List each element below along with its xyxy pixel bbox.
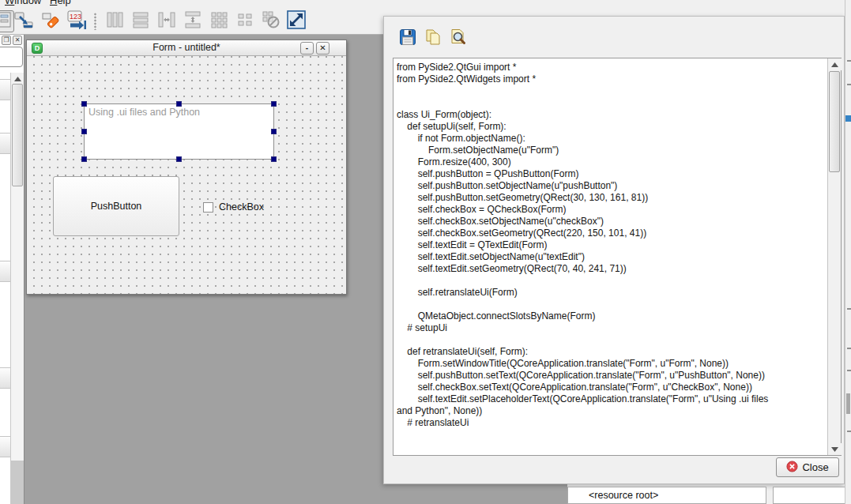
- code-line: def setupUi(self, Form):: [397, 121, 825, 133]
- view-code-dialog: from PySide2.QtGui import *from PySide2.…: [383, 16, 845, 484]
- layout-grid-button: [208, 10, 230, 32]
- form-designer-window: D Form - untitled* - ✕ Using .ui files a…: [26, 39, 347, 295]
- close-window-button[interactable]: ✕: [316, 42, 329, 55]
- textedit-placeholder: Using .ui files and Python: [88, 107, 200, 118]
- sliver-thumb: [846, 393, 850, 414]
- selection-handle-sw[interactable]: [81, 156, 87, 162]
- layout-vertically-splitter-button: [182, 10, 204, 32]
- code-line: self.pushButton = QPushButton(Form): [397, 168, 825, 180]
- code-line: from PySide2.QtWidgets import *: [397, 73, 825, 85]
- code-line: Form.setWindowTitle(QCoreApplication.tra…: [397, 358, 825, 370]
- scrollbar-thumb[interactable]: [12, 84, 23, 186]
- code-line: [397, 334, 825, 346]
- dock-float-button[interactable]: ❐: [2, 36, 11, 45]
- code-line: def retranslateUi(self, Form):: [397, 346, 825, 358]
- widget-box-scrollbar[interactable]: [10, 73, 24, 504]
- scroll-down-icon[interactable]: [828, 443, 842, 455]
- layout-grid-icon: [209, 10, 228, 32]
- code-line: class Ui_Form(object):: [397, 109, 825, 121]
- code-line: from PySide2.QtGui import *: [397, 62, 825, 73]
- sliver-mark: [847, 348, 851, 349]
- code-view[interactable]: from PySide2.QtGui import *from PySide2.…: [393, 58, 842, 456]
- scrollbar-thumb[interactable]: [829, 71, 840, 172]
- scroll-up-icon[interactable]: [11, 73, 24, 85]
- edit-tab-order-button[interactable]: 123: [66, 10, 88, 32]
- resource-browser-panel: <resource root>: [567, 487, 766, 504]
- layout-horizontally-icon: [105, 10, 124, 32]
- menu-window[interactable]: Window: [5, 0, 41, 6]
- code-line: Form.setObjectName(u"Form"): [397, 145, 825, 156]
- edit-buddies-button[interactable]: [40, 10, 62, 32]
- checkbox-indicator[interactable]: [203, 202, 213, 213]
- adjust-size-icon: [286, 9, 307, 33]
- sliver-mark: [847, 60, 851, 62]
- adjust-size-button[interactable]: [285, 10, 307, 32]
- code-line: self.checkBox = QCheckBox(Form): [397, 204, 825, 216]
- code-line: [397, 275, 825, 287]
- selection-handle-n[interactable]: [176, 101, 182, 107]
- svg-text:123: 123: [70, 13, 81, 21]
- toolbar-separator: [94, 13, 96, 30]
- code-line: [397, 299, 825, 310]
- code-line: [397, 85, 825, 97]
- form-title-bar[interactable]: D Form - untitled* - ✕: [27, 40, 346, 56]
- layout-form-icon: [235, 10, 254, 32]
- resource-preview-panel: [773, 487, 851, 504]
- layout-vertically-icon: [131, 10, 150, 32]
- code-line: self.pushButton.setObjectName(u"pushButt…: [397, 180, 825, 192]
- code-line: self.checkBox.setText(QCoreApplication.t…: [397, 382, 825, 393]
- close-dialog-button[interactable]: Close: [776, 457, 839, 477]
- selection-handle-nw[interactable]: [81, 101, 87, 107]
- menu-help[interactable]: Help: [50, 0, 71, 6]
- code-line: self.textEdit = QTextEdit(Form): [397, 239, 825, 251]
- copy-code-button[interactable]: [423, 28, 443, 49]
- pushbutton-widget[interactable]: PushButton: [53, 176, 179, 236]
- edit-buddies-icon: [41, 10, 60, 32]
- widget-category-item[interactable]: [0, 436, 10, 457]
- save-code-button[interactable]: [397, 28, 418, 49]
- textedit-widget[interactable]: Using .ui files and Python: [84, 103, 274, 160]
- widget-category-item[interactable]: [0, 261, 10, 282]
- minimize-button[interactable]: -: [300, 42, 314, 55]
- resource-root-item[interactable]: <resource root>: [589, 490, 658, 501]
- selection-handle-s[interactable]: [176, 156, 182, 162]
- sliver-mark: [847, 84, 851, 85]
- layout-horizontally-button: [104, 10, 126, 32]
- edit-signals-slots-button[interactable]: [13, 10, 35, 32]
- widget-category-item[interactable]: [0, 133, 10, 154]
- close-icon: [786, 461, 798, 475]
- selection-handle-se[interactable]: [271, 156, 277, 162]
- selection-handle-ne[interactable]: [271, 101, 277, 107]
- widget-category-item[interactable]: [0, 79, 10, 100]
- save-icon: [399, 28, 416, 49]
- code-line: # retranslateUi: [397, 417, 825, 429]
- form-canvas[interactable]: Using .ui files and Python PushButton Ch…: [27, 56, 346, 294]
- scroll-up-icon[interactable]: [828, 58, 842, 70]
- layout-horizontally-splitter-button: [156, 10, 178, 32]
- sliver-mark: [847, 308, 851, 310]
- find-code-button[interactable]: [448, 28, 469, 49]
- close-button-label: Close: [802, 461, 828, 473]
- code-line: [397, 97, 825, 109]
- code-scrollbar[interactable]: [827, 58, 841, 455]
- code-line: self.textEdit.setPlaceholderText(QCoreAp…: [397, 393, 825, 405]
- layout-horizontally-splitter-icon: [157, 10, 176, 32]
- widget-category-item[interactable]: [0, 367, 10, 389]
- selection-handle-e[interactable]: [271, 129, 277, 134]
- menu-bar: Window Help: [0, 0, 851, 8]
- layout-vertically-button: [130, 10, 152, 32]
- code-line: self.checkBox.setGeometry(QRect(220, 150…: [397, 228, 825, 239]
- layout-vertically-splitter-icon: [183, 10, 202, 32]
- edit-widgets-icon: [0, 10, 13, 32]
- dock-close-button[interactable]: ✕: [13, 36, 22, 45]
- code-line: QMetaObject.connectSlotsByName(Form): [397, 310, 825, 322]
- edit-tab-order-icon: 123: [67, 10, 87, 32]
- checkbox-widget[interactable]: CheckBox: [203, 201, 264, 213]
- pushbutton-label: PushButton: [91, 201, 142, 212]
- code-line: self.checkBox.setObjectName(u"checkBox"): [397, 216, 825, 228]
- selection-handle-w[interactable]: [81, 129, 87, 134]
- copy-icon: [424, 28, 442, 49]
- code-line: Form.resize(400, 300): [397, 156, 825, 168]
- sliver-mark: [847, 431, 851, 432]
- widget-filter-input[interactable]: [0, 47, 23, 67]
